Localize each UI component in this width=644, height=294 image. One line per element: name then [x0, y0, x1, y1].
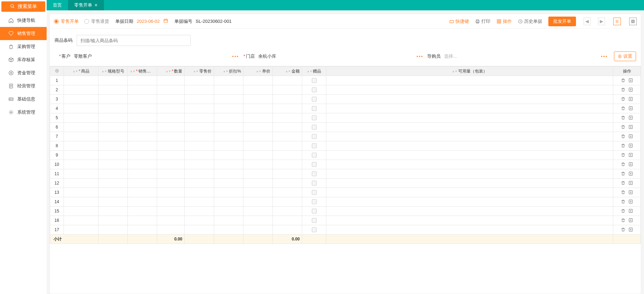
add-row-icon[interactable]	[628, 171, 634, 176]
table-row[interactable]: 14	[50, 197, 641, 207]
radio-retail-open[interactable]: 零售开单	[54, 18, 79, 25]
delete-icon[interactable]	[621, 208, 626, 214]
delete-icon[interactable]	[621, 227, 626, 232]
close-icon[interactable]: ✕	[94, 3, 98, 8]
th-uprice[interactable]: ▲▼单价	[243, 67, 273, 76]
gift-checkbox[interactable]	[312, 134, 317, 139]
add-row-icon[interactable]	[628, 124, 634, 130]
print-link[interactable]: 打印	[475, 18, 490, 25]
store-filter[interactable]: *门店 余杭小库 •••	[239, 53, 423, 59]
delete-icon[interactable]	[621, 77, 626, 83]
tab-1[interactable]: 零售开单✕	[68, 0, 104, 10]
table-row[interactable]: 3	[50, 95, 641, 104]
sidebar-search[interactable]: 搜索菜单	[1, 1, 45, 12]
barcode-input[interactable]	[77, 35, 191, 46]
table-row[interactable]: 16	[50, 216, 641, 225]
delete-icon[interactable]	[621, 189, 626, 195]
shopper-filter[interactable]: 导购员 选择... •••	[423, 53, 608, 59]
tab-0[interactable]: 首页	[47, 0, 68, 10]
delete-icon[interactable]	[621, 105, 626, 111]
sidebar-item-3[interactable]: 库存核算	[0, 53, 47, 66]
th-gift[interactable]: ▲▼赠品	[302, 67, 326, 76]
add-row-icon[interactable]	[628, 208, 634, 214]
delete-icon[interactable]	[621, 180, 626, 186]
gift-checkbox[interactable]	[312, 125, 317, 130]
table-row[interactable]: 5	[50, 113, 641, 123]
bulk-order-button[interactable]: 批发开单	[548, 17, 576, 26]
add-row-icon[interactable]	[628, 180, 634, 186]
gift-checkbox[interactable]	[312, 171, 317, 176]
delete-icon[interactable]	[621, 171, 626, 176]
th-product[interactable]: ▲▼商品	[64, 67, 98, 76]
table-row[interactable]: 17	[50, 225, 641, 235]
gift-checkbox[interactable]	[312, 209, 317, 214]
table-row[interactable]: 15	[50, 207, 641, 216]
table-row[interactable]: 2	[50, 85, 641, 95]
sidebar-item-7[interactable]: 系统管理	[0, 106, 47, 119]
delete-icon[interactable]	[621, 96, 626, 102]
table-row[interactable]: 12	[50, 179, 641, 188]
add-row-icon[interactable]	[628, 143, 634, 148]
delete-icon[interactable]	[621, 133, 626, 139]
delete-icon[interactable]	[621, 199, 626, 204]
delete-icon[interactable]	[621, 87, 626, 92]
radio-retail-return[interactable]: 零售退货	[84, 18, 109, 25]
add-row-icon[interactable]	[628, 87, 634, 92]
delete-icon[interactable]	[621, 124, 626, 130]
table-row[interactable]: 1	[50, 76, 641, 85]
gift-checkbox[interactable]	[312, 153, 317, 158]
table-row[interactable]: 6	[50, 123, 641, 132]
customer-more-icon[interactable]: •••	[232, 54, 239, 59]
gift-checkbox[interactable]	[312, 190, 317, 195]
sidebar-item-4[interactable]: 资金管理	[0, 66, 47, 79]
sidebar-item-1[interactable]: 销售管理	[0, 27, 47, 40]
sidebar-item-6[interactable]: 基础信息	[0, 93, 47, 106]
table-row[interactable]: 11	[50, 169, 641, 179]
add-row-icon[interactable]	[628, 115, 634, 120]
expand-icon[interactable]	[629, 18, 637, 25]
table-row[interactable]: 13	[50, 188, 641, 197]
add-row-icon[interactable]	[628, 199, 634, 204]
add-row-icon[interactable]	[628, 227, 634, 232]
sidebar-item-5[interactable]: 经营管理	[0, 79, 47, 93]
calendar-icon[interactable]	[163, 18, 168, 24]
gift-checkbox[interactable]	[312, 97, 317, 102]
th-spec[interactable]: ▲▼规格型号	[98, 67, 128, 76]
table-row[interactable]: 10	[50, 160, 641, 169]
gift-checkbox[interactable]	[312, 115, 317, 120]
gift-checkbox[interactable]	[312, 162, 317, 167]
table-row[interactable]: 7	[50, 132, 641, 141]
add-row-icon[interactable]	[628, 161, 634, 167]
table-row[interactable]: 8	[50, 141, 641, 151]
th-discount[interactable]: ▲▼折扣%	[214, 67, 243, 76]
add-row-icon[interactable]	[628, 217, 634, 223]
gift-checkbox[interactable]	[312, 199, 317, 204]
operation-link[interactable]: 操作	[497, 18, 512, 25]
customer-filter[interactable]: *客户 零散客户 •••	[55, 53, 239, 59]
gift-checkbox[interactable]	[312, 78, 317, 83]
th-amount[interactable]: ▲▼金额	[273, 67, 302, 76]
add-row-icon[interactable]	[628, 105, 634, 111]
delete-icon[interactable]	[621, 217, 626, 223]
delete-icon[interactable]	[621, 161, 626, 167]
gift-checkbox[interactable]	[312, 106, 317, 111]
add-row-icon[interactable]	[628, 133, 634, 139]
add-row-icon[interactable]	[628, 152, 634, 158]
th-retail[interactable]: ▲▼零售价	[185, 67, 214, 76]
gift-checkbox[interactable]	[312, 181, 317, 186]
prev-button[interactable]: ◀	[584, 18, 590, 25]
delete-icon[interactable]	[621, 143, 626, 148]
delete-icon[interactable]	[621, 115, 626, 120]
sidebar-item-2[interactable]: 采购管理	[0, 40, 47, 53]
history-link[interactable]: 历史单据	[518, 18, 542, 25]
gift-checkbox[interactable]	[312, 218, 317, 223]
gift-checkbox[interactable]	[312, 87, 317, 92]
add-row-icon[interactable]	[628, 96, 634, 102]
table-row[interactable]: 4	[50, 104, 641, 113]
add-row-icon[interactable]	[628, 189, 634, 195]
add-row-icon[interactable]	[628, 77, 634, 83]
list-toggle-icon[interactable]	[613, 18, 621, 25]
shopper-more-icon[interactable]: •••	[601, 54, 608, 59]
th-available[interactable]: ▲▼可用量（包装）	[326, 67, 613, 76]
store-more-icon[interactable]: •••	[416, 54, 423, 59]
